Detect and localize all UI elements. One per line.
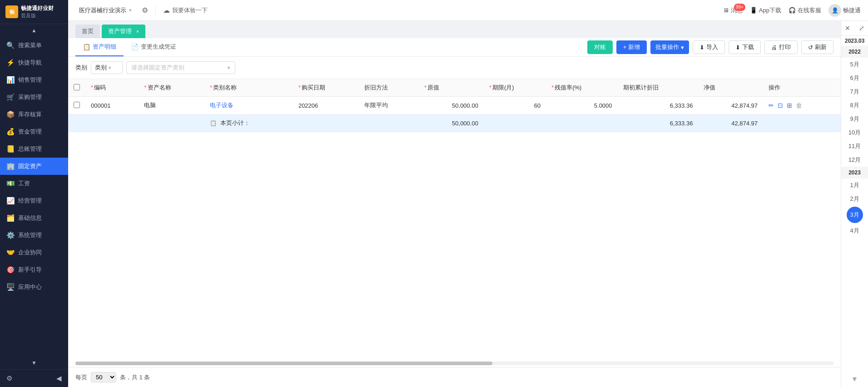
user-avatar: 👤 [828, 4, 841, 17]
sidebar-item-搜索菜单[interactable]: 🔍 搜索菜单 [0, 37, 68, 54]
right-panel-header: ✕ ⤢ [841, 21, 868, 36]
right-panel-bottom-icon[interactable]: ▼ [851, 375, 858, 383]
company-settings-icon[interactable]: ⚙ [142, 6, 148, 15]
sidebar-menu: 🔍 搜索菜单 ⚡ 快捷导航 📊 销售管理 🛒 采购管理 📦 库存核算 💰 资金管… [0, 37, 68, 357]
sidebar-item-快捷导航[interactable]: ⚡ 快捷导航 [0, 54, 68, 71]
new-label: + 新增 [623, 43, 640, 51]
sidebar-item-label: 工资 [18, 179, 30, 188]
settings-icon[interactable]: ⚙ [6, 374, 12, 382]
month-item-2022-10[interactable]: 10月 [841, 126, 868, 139]
tab-asset-label: 资产管理 [108, 28, 132, 35]
sidebar-item-label: 应用中心 [18, 283, 42, 291]
month-item-2022-7[interactable]: 7月 [841, 85, 868, 99]
batch-button[interactable]: 批量操作 ▾ [650, 40, 689, 54]
header-name: *资产名称 [139, 79, 204, 97]
table-row: 000001 电脑 电子设备 202206 年限平均 50,000.00 60 … [68, 97, 841, 114]
delete-icon[interactable]: 🗑 [796, 102, 802, 109]
sidebar-item-固定资产[interactable]: 🏢 固定资产 [0, 158, 68, 175]
company-selector[interactable]: 医疗器械行业演示 ▾ [75, 5, 135, 16]
category-input[interactable]: 请选择固定资产类别 ▾ [126, 61, 235, 74]
collapse-icon[interactable]: ◀ [56, 374, 62, 382]
sidebar-item-资金管理[interactable]: 💰 资金管理 [0, 123, 68, 140]
sidebar-item-工资[interactable]: 💵 工资 [0, 175, 68, 192]
header-period: *期限(月) [484, 79, 546, 97]
toolbar-right: 对账 + 新增 批量操作 ▾ ⬇ 导入 [587, 40, 833, 54]
sidebar-icon: 📒 [6, 145, 15, 153]
row-name: 电脑 [139, 97, 204, 114]
month-item-2023-4[interactable]: 4月 [841, 224, 868, 238]
tab-close-icon[interactable]: × [136, 29, 139, 34]
batch-label: 批量操作 [655, 43, 679, 51]
experience-btn[interactable]: ☁ 我要体验一下 [163, 6, 208, 15]
sub-tabs: 📋 资产明细 📄 变更生成凭证 [75, 38, 184, 56]
app-download-label: App下载 [759, 6, 781, 15]
row-checkbox[interactable] [74, 102, 80, 108]
sidebar-item-label: 采购管理 [18, 93, 42, 101]
asset-detail-icon: 📋 [83, 43, 90, 50]
message-btn[interactable]: 🖥 消息 99+ [723, 6, 743, 15]
sidebar-item-应用中心[interactable]: 🖥️ 应用中心 [0, 278, 68, 296]
year-2023-label: 2023 [841, 167, 868, 179]
message-badge: 99+ [734, 4, 745, 11]
sidebar-logo[interactable]: 畅 畅捷通好业财 普及版 [0, 0, 68, 24]
user-name: 畅捷通 [843, 6, 861, 15]
user-avatar-btn[interactable]: 👤 畅捷通 [828, 4, 861, 17]
per-page-select[interactable]: 50 100 [91, 372, 116, 382]
right-panel-close-icon[interactable]: ✕ [845, 25, 850, 32]
table-scrollbar[interactable] [75, 362, 833, 365]
copy-icon[interactable]: ⊡ [778, 102, 783, 109]
month-item-2022-12[interactable]: 12月 [841, 153, 868, 167]
print-label: 打印 [779, 43, 791, 51]
sidebar-item-系统管理[interactable]: ⚙️ 系统管理 [0, 227, 68, 244]
sub-tab-change-voucher[interactable]: 📄 变更生成凭证 [124, 38, 184, 56]
sidebar-scroll-up[interactable]: ▲ [31, 26, 37, 35]
tab-home[interactable]: 首页 [75, 25, 100, 38]
app-edition: 普及版 [21, 12, 54, 19]
sidebar-item-label: 基础信息 [18, 214, 42, 222]
app-download-btn[interactable]: 📱 App下载 [750, 6, 781, 15]
sidebar-item-经营管理[interactable]: 📈 经营管理 [0, 192, 68, 209]
download-label: 下载 [742, 43, 754, 51]
edit-icon[interactable]: ✏ [769, 102, 774, 109]
service-btn[interactable]: 🎧 在线客服 [789, 6, 821, 15]
month-item-2022-11[interactable]: 11月 [841, 139, 868, 153]
month-item-2023-1[interactable]: 1月 [841, 179, 868, 192]
month-item-2022-5[interactable]: 5月 [841, 58, 868, 71]
duizhang-button[interactable]: 对账 [587, 40, 613, 54]
month-item-2023-2[interactable]: 2月 [841, 192, 868, 206]
new-button[interactable]: + 新增 [616, 40, 647, 54]
header-action: 操作 [763, 79, 841, 97]
asset-table: *编码 *资产名称 *类别名称 *购买日期 折旧方法 *原值 *期限(月) *残… [68, 79, 841, 132]
sidebar-item-采购管理[interactable]: 🛒 采购管理 [0, 89, 68, 106]
more-icon[interactable]: ⊞ [787, 102, 792, 109]
download-button[interactable]: ⬇ 下载 [729, 40, 761, 54]
row-actions: ✏ ⊡ ⊞ 🗑 [763, 97, 841, 114]
category-type-select[interactable]: 类别 ▾ [91, 61, 123, 74]
import-button[interactable]: ⬇ 导入 [693, 40, 725, 54]
sub-tab-asset-detail[interactable]: 📋 资产明细 [75, 38, 124, 56]
refresh-icon: ↺ [808, 44, 813, 51]
month-item-2022-8[interactable]: 8月 [841, 99, 868, 112]
tab-asset-management[interactable]: 资产管理 × [102, 25, 145, 38]
select-all-checkbox[interactable] [74, 84, 80, 90]
sidebar-item-基础信息[interactable]: 🗂️ 基础信息 [0, 209, 68, 227]
subtotal-original-value: 50,000.00 [419, 114, 484, 132]
refresh-button[interactable]: ↺ 刷新 [801, 40, 833, 54]
sidebar-scroll-down[interactable]: ▼ [31, 358, 37, 367]
sidebar-item-库存核算[interactable]: 📦 库存核算 [0, 106, 68, 123]
print-button[interactable]: 🖨 打印 [764, 40, 798, 54]
sidebar-item-销售管理[interactable]: 📊 销售管理 [0, 71, 68, 89]
month-item-2022-9[interactable]: 9月 [841, 112, 868, 126]
month-item-2022-6[interactable]: 6月 [841, 71, 868, 85]
sidebar-item-新手引导[interactable]: 🎯 新手引导 [0, 261, 68, 278]
sidebar-bottom: ⚙ ◀ [0, 369, 68, 387]
category-label: 类别 [75, 64, 87, 72]
sidebar-icon: 🏢 [6, 162, 15, 170]
month-item-2023-3[interactable]: 3月 [847, 207, 863, 223]
category-type-arrow-icon: ▾ [109, 65, 111, 71]
import-label: 导入 [706, 43, 718, 51]
sidebar-item-企业协同[interactable]: 🤝 企业协同 [0, 244, 68, 261]
right-panel-expand-icon[interactable]: ⤢ [859, 25, 864, 32]
subtotal-row: 📋 本页小计： 50,000.00 6,333.36 42,874.97 [68, 114, 841, 132]
sidebar-item-总账管理[interactable]: 📒 总账管理 [0, 140, 68, 158]
